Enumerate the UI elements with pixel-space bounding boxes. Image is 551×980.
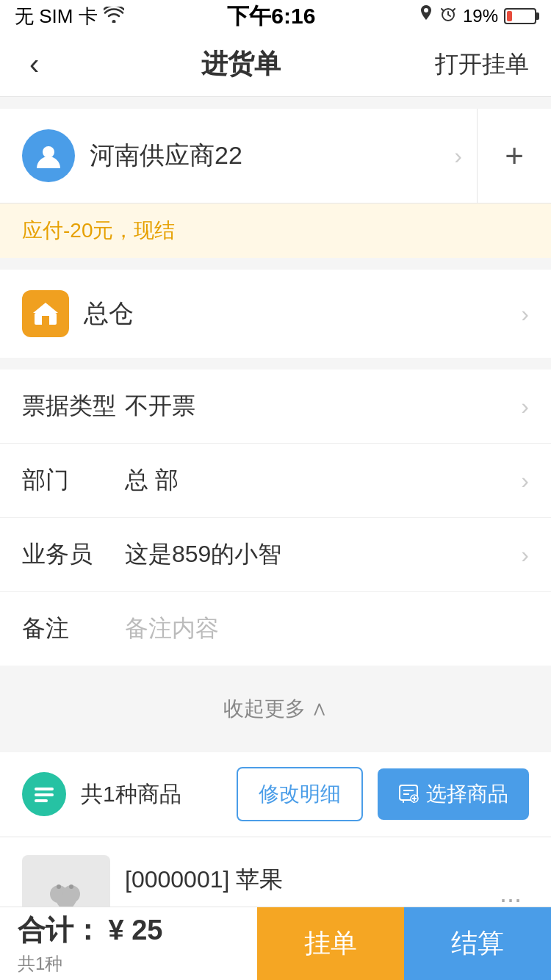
warehouse-icon — [22, 290, 69, 337]
svg-point-16 — [57, 884, 61, 889]
product-id: [0000001] — [125, 866, 236, 893]
select-product-button[interactable]: 选择商品 — [378, 768, 529, 820]
status-time: 下午6:16 — [227, 1, 315, 32]
department-chevron: › — [521, 467, 529, 494]
forms-section: 票据类型 不开票 › 部门 总 部 › 业务员 这是859的小智 › 备注 备注… — [0, 370, 551, 666]
total-amount: 合计： ¥ 25 — [18, 912, 240, 949]
department-label: 部门 — [22, 464, 125, 497]
remark-row[interactable]: 备注 备注内容 — [0, 592, 551, 666]
total-section: 合计： ¥ 25 共1种 — [0, 907, 257, 980]
add-button[interactable]: + — [478, 109, 551, 203]
supplier-section: 河南供应商22 › + — [0, 109, 551, 203]
invoice-type-label: 票据类型 — [22, 390, 125, 422]
warehouse-row[interactable]: 总仓 › — [0, 270, 551, 358]
nav-bar: ‹ 进货单 打开挂单 — [0, 32, 551, 97]
warehouse-name: 总仓 — [84, 297, 506, 331]
invoice-type-value: 不开票 — [125, 390, 521, 422]
carrier-text: 无 SIM 卡 — [15, 4, 98, 29]
bottom-bar: 合计： ¥ 25 共1种 挂单 结算 — [0, 907, 551, 980]
back-button[interactable]: ‹ — [22, 40, 46, 88]
svg-marker-3 — [33, 303, 58, 313]
department-row[interactable]: 部门 总 部 › — [0, 444, 551, 518]
salesperson-value: 这是859的小智 — [125, 538, 521, 571]
svg-point-1 — [43, 146, 54, 158]
pay-button[interactable]: 结算 — [404, 907, 551, 980]
select-product-label: 选择商品 — [426, 780, 508, 808]
salesperson-label: 业务员 — [22, 538, 125, 571]
invoice-type-row[interactable]: 票据类型 不开票 › — [0, 370, 551, 444]
battery-percent: 19% — [463, 6, 498, 26]
supplier-avatar — [22, 129, 75, 182]
invoice-type-chevron: › — [521, 393, 529, 420]
battery-icon — [504, 8, 536, 24]
wifi-icon — [104, 5, 124, 28]
total-label: 合计： — [18, 915, 101, 945]
page-title: 进货单 — [201, 46, 281, 82]
total-value: ¥ 25 — [108, 915, 162, 945]
hold-button[interactable]: 挂单 — [257, 907, 404, 980]
svg-rect-7 — [35, 799, 48, 802]
svg-rect-6 — [35, 793, 54, 796]
edit-detail-button[interactable]: 修改明细 — [237, 767, 363, 821]
salesperson-chevron: › — [521, 541, 529, 569]
supplier-chevron-icon: › — [454, 143, 462, 170]
department-value: 总 部 — [125, 464, 521, 497]
total-count: 共1种 — [18, 952, 240, 976]
warehouse-chevron-icon: › — [521, 300, 529, 328]
supplier-select-row[interactable]: 河南供应商22 › — [0, 109, 478, 203]
open-hold-button[interactable]: 打开挂单 — [435, 48, 529, 81]
status-bar: 无 SIM 卡 下午6:16 19% — [0, 0, 551, 32]
product-name: [0000001] 苹果 — [125, 864, 478, 896]
alarm-icon — [439, 5, 457, 27]
svg-rect-4 — [42, 316, 49, 325]
product-toolbar: 共1种商品 修改明细 选择商品 — [0, 752, 551, 836]
collapse-button[interactable]: 收起更多 ∧ — [0, 677, 551, 741]
product-count-text: 共1种商品 — [81, 779, 222, 810]
supplier-name: 河南供应商22 — [90, 139, 439, 173]
salesperson-row[interactable]: 业务员 这是859的小智 › — [0, 518, 551, 592]
product-title: 苹果 — [236, 866, 283, 893]
remark-value: 备注内容 — [125, 613, 529, 645]
location-icon — [419, 5, 433, 27]
notice-bar: 应付-20元，现结 — [0, 203, 551, 258]
remark-label: 备注 — [22, 613, 125, 645]
status-icons: 19% — [419, 5, 536, 27]
svg-point-17 — [69, 884, 73, 889]
status-carrier: 无 SIM 卡 — [15, 4, 124, 29]
product-count-icon — [22, 772, 66, 816]
notice-text: 应付-20元，现结 — [22, 219, 175, 242]
svg-rect-5 — [35, 788, 54, 790]
